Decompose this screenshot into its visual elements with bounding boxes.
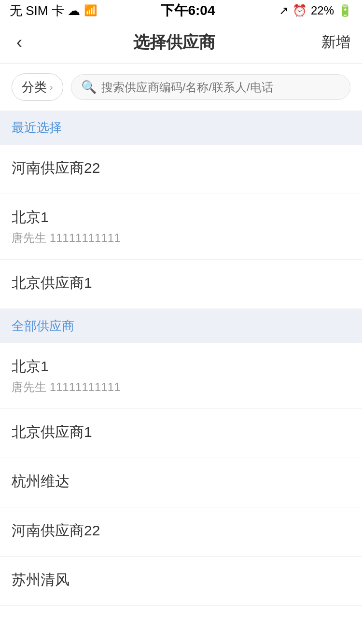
search-input[interactable] — [101, 81, 340, 94]
add-button[interactable]: 新增 — [321, 32, 350, 52]
item-detail: 唐先生 11111111111 — [12, 379, 350, 395]
recent-items-list: 河南供应商22 北京1 唐先生 11111111111 北京供应商1 — [0, 145, 362, 309]
page-title: 选择供应商 — [133, 31, 215, 54]
item-name: 河南供应商22 — [12, 158, 350, 178]
item-name: 河南供应商22 — [12, 521, 350, 541]
item-name: 北京1 — [12, 208, 350, 227]
location-icon: ↗ — [279, 4, 289, 17]
category-label: 分类 — [22, 79, 47, 96]
list-item[interactable]: 北京1 唐先生 11111111111 — [0, 343, 362, 409]
filter-bar: 分类 › 🔍 — [0, 64, 362, 111]
status-right: ↗ ⏰ 22% 🔋 — [279, 4, 352, 17]
recent-section-title: 最近选择 — [12, 120, 62, 135]
list-item[interactable]: 北京供应商1 — [0, 409, 362, 458]
item-detail: 唐先生 11111111111 — [12, 230, 350, 246]
list-item[interactable]: 苏州清风 — [0, 557, 362, 606]
item-name: 北京供应商1 — [12, 422, 350, 442]
wifi-icon: 📶 — [84, 4, 97, 17]
list-item[interactable]: 河南供应商22 — [0, 507, 362, 557]
sim-status: 无 SIM 卡 ☁ — [10, 2, 80, 19]
all-section-title: 全部供应商 — [12, 319, 74, 333]
status-time: 下午6:04 — [161, 1, 215, 20]
nav-bar: ‹ 选择供应商 新增 — [0, 21, 362, 64]
item-name: 北京供应商1 — [12, 273, 350, 293]
all-section-header: 全部供应商 — [0, 309, 362, 343]
item-name: 北京1 — [12, 357, 350, 377]
back-button[interactable]: ‹ — [12, 28, 27, 57]
search-icon: 🔍 — [81, 80, 97, 95]
category-button[interactable]: 分类 › — [12, 73, 63, 101]
item-name: 杭州维达 — [12, 472, 350, 491]
list-item[interactable]: 北京1 唐先生 11111111111 — [0, 194, 362, 260]
status-left: 无 SIM 卡 ☁ 📶 — [10, 2, 97, 19]
chevron-right-icon: › — [50, 82, 53, 93]
status-bar: 无 SIM 卡 ☁ 📶 下午6:04 ↗ ⏰ 22% 🔋 — [0, 0, 362, 21]
list-item[interactable]: 杭州维达 — [0, 458, 362, 507]
all-items-list: 北京1 唐先生 11111111111 北京供应商1 杭州维达 河南供应商22 … — [0, 343, 362, 606]
list-item[interactable]: 河南供应商22 — [0, 145, 362, 194]
battery-icon: 🔋 — [338, 4, 352, 17]
list-item[interactable]: 北京供应商1 — [0, 260, 362, 309]
search-bar[interactable]: 🔍 — [71, 74, 350, 100]
alarm-icon: ⏰ — [292, 4, 307, 17]
recent-section-header: 最近选择 — [0, 111, 362, 145]
item-name: 苏州清风 — [12, 570, 350, 590]
battery-level: 22% — [311, 4, 334, 17]
